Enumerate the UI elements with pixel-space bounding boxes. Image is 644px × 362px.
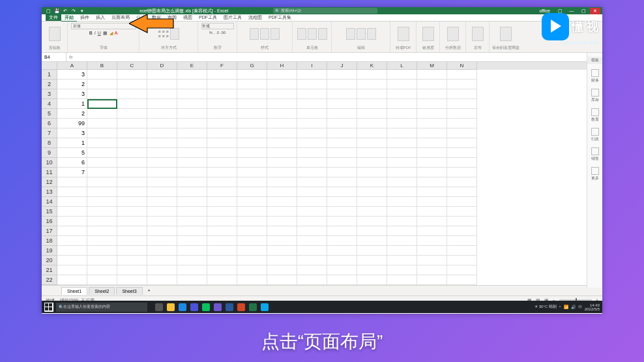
cell[interactable]	[147, 80, 177, 89]
cell[interactable]	[57, 177, 87, 187]
side-item[interactable]: 财务	[591, 69, 599, 83]
cell[interactable]	[177, 158, 207, 168]
col-header[interactable]: C	[117, 62, 147, 70]
cell[interactable]	[177, 265, 207, 275]
tab-plugin[interactable]: 插件	[77, 14, 93, 21]
cell[interactable]	[447, 119, 477, 128]
cell[interactable]	[117, 207, 147, 217]
cell[interactable]	[117, 70, 147, 80]
cell[interactable]	[87, 148, 117, 158]
redo-icon[interactable]: ↷	[70, 8, 77, 14]
cell[interactable]	[147, 246, 177, 256]
cell[interactable]	[357, 177, 387, 187]
cell[interactable]	[207, 89, 237, 99]
side-title[interactable]: 模板	[587, 57, 602, 64]
col-header[interactable]: H	[267, 62, 297, 70]
cell[interactable]	[87, 265, 117, 275]
cell[interactable]	[57, 226, 87, 236]
cell[interactable]	[117, 236, 147, 246]
cell[interactable]	[327, 207, 357, 217]
bold-icon[interactable]: B	[89, 31, 93, 36]
cell[interactable]	[207, 99, 237, 109]
cell[interactable]	[387, 128, 417, 138]
cell[interactable]	[117, 256, 147, 265]
cell[interactable]	[447, 128, 477, 138]
cell[interactable]	[117, 99, 147, 109]
cell[interactable]	[327, 217, 357, 226]
font-select[interactable]: 宋体	[71, 23, 136, 29]
cell[interactable]	[267, 177, 297, 187]
tab-process[interactable]: 流程图	[245, 14, 265, 21]
cell[interactable]	[267, 70, 297, 80]
cell[interactable]	[387, 119, 417, 128]
cell[interactable]	[297, 158, 327, 168]
cell[interactable]	[117, 80, 147, 89]
cell[interactable]	[357, 70, 387, 80]
cell[interactable]	[147, 187, 177, 197]
cell[interactable]	[57, 275, 87, 285]
col-header[interactable]: E	[177, 62, 207, 70]
cell[interactable]	[237, 256, 267, 265]
cell[interactable]	[297, 128, 327, 138]
cell[interactable]	[417, 265, 447, 275]
col-header[interactable]: B	[87, 62, 117, 70]
cell[interactable]	[267, 138, 297, 148]
cell[interactable]	[87, 168, 117, 177]
cell[interactable]	[357, 207, 387, 217]
row-header[interactable]: 4	[42, 99, 57, 109]
cell[interactable]	[297, 256, 327, 265]
cell[interactable]	[417, 197, 447, 207]
cell[interactable]	[387, 265, 417, 275]
cell[interactable]	[387, 99, 417, 109]
cell[interactable]	[237, 148, 267, 158]
cell[interactable]	[447, 80, 477, 89]
ppt-icon[interactable]	[237, 303, 245, 311]
cell[interactable]	[357, 128, 387, 138]
side-item[interactable]: 销售	[591, 147, 599, 162]
cell[interactable]: 2	[57, 109, 87, 119]
cell[interactable]	[87, 197, 117, 207]
clock[interactable]: 14:40 2022/5/5	[585, 303, 600, 311]
cell[interactable]	[117, 197, 147, 207]
fx-bar[interactable]: fx	[66, 55, 602, 59]
cell[interactable]	[357, 168, 387, 177]
font-color-icon[interactable]: A	[115, 31, 118, 36]
row-header[interactable]: 8	[42, 138, 57, 148]
cell[interactable]	[237, 187, 267, 197]
explorer-icon[interactable]	[167, 303, 175, 311]
tab-file[interactable]: 文件	[46, 14, 61, 21]
row-header[interactable]: 6	[42, 119, 57, 128]
cell[interactable]	[117, 128, 147, 138]
sort-filter-icon[interactable]	[357, 28, 366, 40]
cell[interactable]	[357, 138, 387, 148]
row-header[interactable]: 17	[42, 226, 57, 236]
cell[interactable]	[207, 148, 237, 158]
cell[interactable]	[177, 217, 207, 226]
cell[interactable]	[177, 128, 207, 138]
cell[interactable]	[357, 226, 387, 236]
col-header[interactable]: M	[417, 62, 447, 70]
row-header[interactable]: 14	[42, 197, 57, 207]
cell[interactable]	[237, 138, 267, 148]
number-format[interactable]: 常规	[201, 23, 234, 29]
add-sheet-button[interactable]: +	[144, 288, 154, 293]
cell[interactable]	[387, 80, 417, 89]
cell[interactable]	[147, 99, 177, 109]
cell[interactable]	[57, 256, 87, 265]
cell[interactable]	[297, 265, 327, 275]
cell[interactable]	[147, 70, 177, 80]
cell[interactable]	[117, 275, 147, 285]
cell[interactable]	[417, 89, 447, 99]
tray-vol-icon[interactable]: 🔊	[571, 305, 576, 309]
cell[interactable]	[387, 109, 417, 119]
cell[interactable]	[207, 246, 237, 256]
cell[interactable]	[207, 119, 237, 128]
cell[interactable]	[267, 148, 297, 158]
account-label[interactable]: office	[539, 8, 550, 13]
cell[interactable]	[447, 265, 477, 275]
paste-icon[interactable]	[49, 27, 61, 41]
col-header[interactable]: A	[57, 62, 87, 70]
wechat-icon[interactable]	[202, 303, 210, 311]
save-icon[interactable]: 💾	[53, 8, 60, 14]
sheet-tab-2[interactable]: Sheet2	[89, 287, 115, 295]
